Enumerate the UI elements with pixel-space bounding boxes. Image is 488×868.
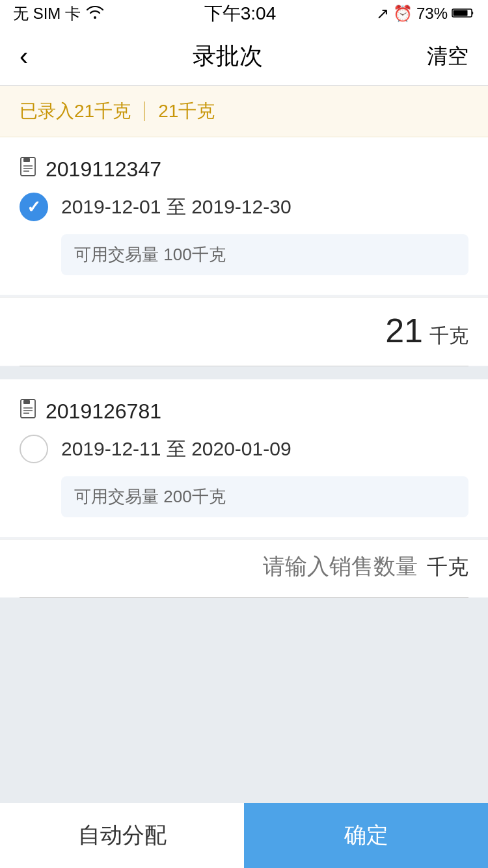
back-button[interactable]: ‹ [20,42,28,71]
status-right: ↗ ⏰ 73% [376,5,475,23]
batch-2-header: 2019126781 [20,399,468,424]
recorded-label: 已录入21千克 [20,99,131,124]
alarm-icon: ⏰ [393,5,413,23]
wifi-icon [86,5,104,23]
status-left: 无 SIM 卡 [13,3,104,24]
batch-card-2: 2019126781 2019-12-11 至 2020-01-09 可用交易量… [0,379,488,537]
bottom-bar: 自动分配 确定 [0,803,488,868]
total-label: 21千克 [158,99,215,124]
sim-label: 无 SIM 卡 [13,3,81,24]
battery-icon [452,5,475,23]
batch-2-radio[interactable] [20,435,48,463]
batch-2-qty: 可用交易量 200千克 [61,476,468,517]
clear-button[interactable]: 清空 [427,42,468,71]
confirm-button[interactable]: 确定 [244,803,488,868]
svg-rect-8 [23,400,30,404]
summary-bar: 已录入21千克 21千克 [0,86,488,137]
battery-percent: 73% [416,5,448,23]
batch-1-radio[interactable] [20,193,48,221]
batch-card-1: 2019112347 2019-12-01 至 2019-12-30 可用交易量… [0,137,488,295]
batch-1-icon [20,157,39,182]
batch-2-date-row[interactable]: 2019-12-11 至 2020-01-09 [20,435,468,463]
auto-distribute-button[interactable]: 自动分配 [0,803,244,868]
batch-1-date: 2019-12-01 至 2019-12-30 [61,194,291,221]
status-time: 下午3:04 [204,1,277,26]
batch-1-header: 2019112347 [20,157,468,182]
page-title: 录批次 [193,40,263,72]
svg-rect-1 [454,10,468,16]
nav-bar: ‹ 录批次 清空 [0,27,488,86]
summary-divider [144,102,145,121]
batch-2-qty-input[interactable] [20,554,418,579]
svg-rect-3 [23,158,30,162]
batch-2-input-unit: 千克 [427,553,468,582]
batch-1-id: 2019112347 [46,157,161,182]
batch-2-date: 2019-12-11 至 2020-01-09 [61,436,291,463]
status-bar: 无 SIM 卡 下午3:04 ↗ ⏰ 73% [0,0,488,27]
batch-1-unit: 千克 [429,323,468,349]
batch-1-amount: 21 [385,311,423,350]
batch-2-id: 2019126781 [46,400,161,424]
batch-2-input-row[interactable]: 千克 [0,539,488,597]
batch-1-amount-row: 21 千克 [0,297,488,366]
batch-2-icon [20,399,39,424]
batch-1-date-row[interactable]: 2019-12-01 至 2019-12-30 [20,193,468,221]
section-divider [0,366,488,379]
location-icon: ↗ [376,5,389,23]
batch-1-qty: 可用交易量 100千克 [61,234,468,275]
